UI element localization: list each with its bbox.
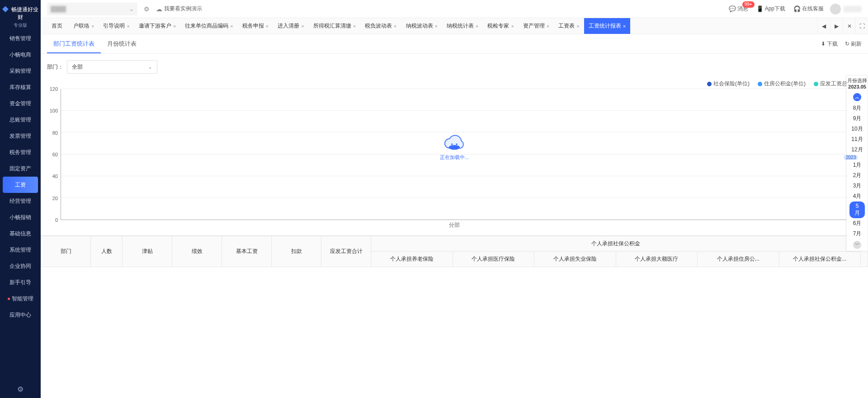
month-option[interactable]: 7月 xyxy=(847,229,868,239)
refresh-icon: ↻ xyxy=(845,41,849,47)
chevron-down-icon: ⌄ xyxy=(148,64,152,70)
chart-loading: 正在加载中... xyxy=(440,134,469,160)
month-option[interactable]: 4月 xyxy=(847,191,868,201)
tabs-next-button[interactable]: ▶ xyxy=(830,18,843,34)
sidebar-item-11[interactable]: 小畅报销 xyxy=(0,209,41,225)
sidebar-item-1[interactable]: 小畅电商 xyxy=(0,47,41,63)
tab-8[interactable]: 税负波动表× xyxy=(360,18,401,34)
tab-10[interactable]: 纳税统计表× xyxy=(442,18,483,34)
year-badge: 2023 xyxy=(844,155,858,160)
avatar[interactable] xyxy=(830,4,841,14)
dept-select[interactable]: 全部 ⌄ xyxy=(67,60,157,74)
sidebar-item-4[interactable]: 资金管理 xyxy=(0,95,41,112)
tab-12[interactable]: 资产管理× xyxy=(519,18,554,34)
chevron-down-icon: ⌄ xyxy=(129,6,134,12)
col-header: 扣款 xyxy=(272,236,321,267)
sidebar-item-2[interactable]: 采购管理 xyxy=(0,63,41,79)
sidebar-item-16[interactable]: 智能管理 xyxy=(0,290,41,307)
tabs-close-all-button[interactable]: ✕ xyxy=(843,18,855,34)
sidebar-item-10[interactable]: 经营管理 xyxy=(0,193,41,209)
headset-icon: 🎧 xyxy=(793,5,801,12)
close-icon[interactable]: × xyxy=(353,23,356,29)
app-download-button[interactable]: 📱 App下载 xyxy=(756,5,785,13)
tab-13[interactable]: 工资表× xyxy=(554,18,584,34)
close-icon[interactable]: × xyxy=(511,23,514,29)
close-icon[interactable]: × xyxy=(547,23,549,29)
message-button[interactable]: 💬 消息 99+ xyxy=(729,5,748,13)
tab-9[interactable]: 纳税波动表× xyxy=(401,18,442,34)
month-option[interactable]: 10月 xyxy=(847,124,868,134)
tab-6[interactable]: 进入清册× xyxy=(273,18,308,34)
close-icon[interactable]: × xyxy=(476,23,478,29)
sidebar-item-5[interactable]: 总账管理 xyxy=(0,112,41,128)
month-option[interactable]: 3月 xyxy=(847,181,868,191)
sidebar-menu: 销售管理小畅电商采购管理库存核算资金管理总账管理发票管理税务管理固定资产工资经营… xyxy=(0,30,41,380)
org-selector[interactable]: ████ ⌄ xyxy=(47,3,137,15)
sidebar-item-7[interactable]: 税务管理 xyxy=(0,144,41,160)
month-picker-current: 2023.05 xyxy=(847,84,867,89)
tabs-prev-button[interactable]: ◀ xyxy=(817,18,830,34)
tab-14[interactable]: 工资统计报表× xyxy=(584,18,630,34)
sidebar-item-3[interactable]: 库存核算 xyxy=(0,79,41,95)
legend-item[interactable]: 住房公积金(单位) xyxy=(758,80,806,88)
sidebar-item-6[interactable]: 发票管理 xyxy=(0,128,41,144)
month-scroll-up[interactable]: ︽ xyxy=(853,93,861,101)
tab-4[interactable]: 往来单位商品编码× xyxy=(180,18,237,34)
close-icon[interactable]: × xyxy=(91,23,94,29)
brand-name: 畅捷通好业财 xyxy=(11,6,38,20)
refresh-button[interactable]: ↻ 刷新 xyxy=(845,40,862,48)
fullscreen-button[interactable]: ⛶ xyxy=(855,18,868,34)
close-icon[interactable]: × xyxy=(301,23,304,29)
tab-label: 户联络 xyxy=(73,22,90,30)
tab-2[interactable]: 引导说明× xyxy=(99,18,134,34)
tab-label: 引导说明 xyxy=(103,22,125,30)
tab-11[interactable]: 税检专家× xyxy=(483,18,518,34)
month-option[interactable]: 6月 xyxy=(847,218,868,229)
legend-item[interactable]: 社会保险(单位) xyxy=(707,80,750,88)
close-icon[interactable]: × xyxy=(435,23,438,29)
tab-7[interactable]: 所得税汇算清缴× xyxy=(309,18,360,34)
demo-link[interactable]: ☁ 我要看实例演示 xyxy=(156,5,202,13)
month-option[interactable]: 1月 xyxy=(847,160,868,170)
close-icon[interactable]: × xyxy=(623,23,626,29)
close-icon[interactable]: × xyxy=(173,23,176,29)
close-icon[interactable]: × xyxy=(230,23,233,29)
download-button[interactable]: ⬇ 下载 xyxy=(821,40,838,48)
sidebar-item-13[interactable]: 系统管理 xyxy=(0,242,41,258)
col-sub-header: 个人承担大额医疗 xyxy=(616,252,698,267)
tab-3[interactable]: 邀请下游客户× xyxy=(134,18,180,34)
settings-icon[interactable]: ⚙ xyxy=(0,380,41,398)
app-download-label: App下载 xyxy=(765,5,785,13)
month-option[interactable]: 9月 xyxy=(847,113,868,124)
close-icon[interactable]: × xyxy=(576,23,579,29)
col-header: 人数 xyxy=(91,236,123,267)
month-option[interactable]: 2月 xyxy=(847,170,868,181)
month-option[interactable]: 8月 xyxy=(847,103,868,113)
col-sub-header: 个人承担失业保险 xyxy=(534,252,616,267)
legend-dot xyxy=(707,82,712,86)
sidebar-item-12[interactable]: 基础信息 xyxy=(0,225,41,242)
month-scroll-down[interactable]: ︾ xyxy=(853,241,861,249)
sidebar-item-15[interactable]: 新手引导 xyxy=(0,274,41,290)
sidebar-item-8[interactable]: 固定资产 xyxy=(0,160,41,177)
month-option[interactable]: 5月 xyxy=(849,201,865,218)
tab-1[interactable]: 户联络× xyxy=(69,18,99,34)
month-option[interactable]: 11月 xyxy=(847,134,868,145)
close-icon[interactable]: × xyxy=(266,23,269,29)
sidebar-item-9[interactable]: 工资 xyxy=(3,177,38,193)
sidebar-item-0[interactable]: 销售管理 xyxy=(0,30,41,47)
gear-icon[interactable]: ⚙ xyxy=(144,5,150,13)
month-option[interactable]: 12月 xyxy=(847,145,868,155)
tab-5[interactable]: 税务申报× xyxy=(238,18,273,34)
close-icon[interactable]: × xyxy=(394,23,396,29)
subtab-0[interactable]: 部门工资统计表 xyxy=(47,34,101,53)
subtab-1[interactable]: 月份统计表 xyxy=(101,34,143,53)
y-tick: 120 xyxy=(50,86,58,92)
tab-0[interactable]: 首页 xyxy=(45,18,69,34)
close-icon[interactable]: × xyxy=(127,23,129,29)
col-header: 部门 xyxy=(41,236,91,267)
sidebar-item-14[interactable]: 企业协同 xyxy=(0,258,41,274)
tab-label: 纳税统计表 xyxy=(447,22,474,30)
sidebar-item-17[interactable]: 应用中心 xyxy=(0,307,41,323)
online-service-button[interactable]: 🎧 在线客服 xyxy=(793,5,824,13)
